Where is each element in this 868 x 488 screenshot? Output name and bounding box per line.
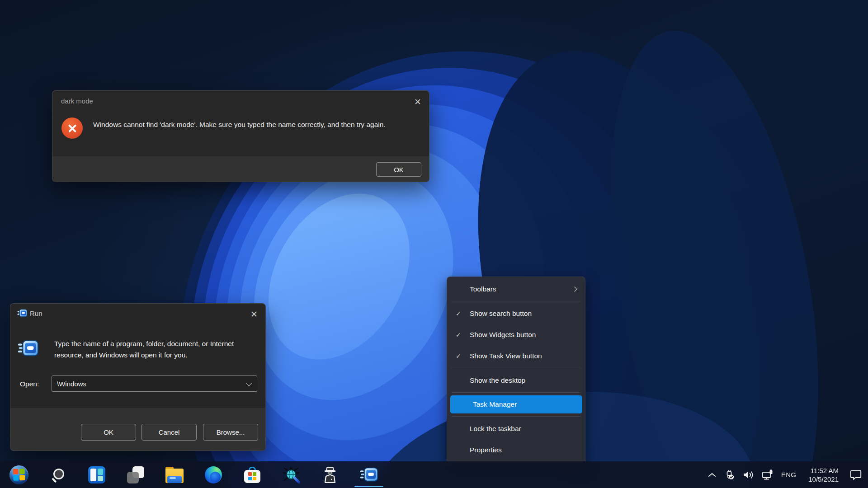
run-dialog-title: Run — [30, 310, 42, 317]
menu-separator — [452, 416, 580, 417]
check-icon: ✓ — [447, 331, 470, 338]
menu-item-properties[interactable]: Properties — [447, 439, 585, 460]
close-icon[interactable]: ✕ — [248, 308, 260, 320]
cancel-button[interactable]: Cancel — [142, 424, 197, 441]
run-description: Type the name of a program, folder, docu… — [54, 338, 253, 361]
active-app-indicator — [354, 486, 383, 487]
volume-icon[interactable] — [742, 470, 754, 480]
safely-remove-hardware-icon[interactable] — [724, 469, 735, 480]
error-dialog-title: dark mode — [61, 97, 93, 105]
start-button[interactable] — [5, 462, 33, 488]
desktop: dark mode ✕ Windows cannot find 'dark mo… — [0, 0, 868, 488]
menu-item-show-search-button[interactable]: ✓ Show search button — [447, 303, 585, 324]
close-icon[interactable]: ✕ — [412, 96, 424, 108]
microsoft-store-icon — [244, 467, 260, 483]
menu-separator — [452, 301, 580, 301]
error-icon — [61, 117, 83, 139]
edge-button[interactable] — [200, 462, 227, 488]
menu-item-show-task-view-button[interactable]: ✓ Show Task View button — [447, 345, 585, 366]
browse-button[interactable]: Browse... — [203, 424, 258, 441]
menu-item-label: Show the desktop — [470, 376, 585, 385]
task-view-icon — [127, 466, 144, 483]
widgets-button[interactable] — [83, 462, 110, 488]
ok-button[interactable]: OK — [376, 162, 421, 177]
menu-separator — [452, 392, 580, 393]
search-icon — [51, 468, 65, 482]
check-icon: ✓ — [447, 352, 470, 360]
ok-button[interactable]: OK — [81, 424, 136, 441]
menu-item-task-manager[interactable]: Task Manager — [447, 394, 585, 415]
search-button[interactable] — [44, 462, 71, 488]
spy-icon — [321, 466, 339, 483]
tray-time: 11:52 AM — [808, 466, 839, 475]
menu-item-label: Show Task View button — [470, 352, 585, 360]
windows-start-icon — [9, 465, 28, 484]
menu-item-lock-the-taskbar[interactable]: Lock the taskbar — [447, 418, 585, 439]
menu-item-label: Show Widgets button — [470, 331, 585, 339]
check-icon: ✓ — [447, 310, 470, 317]
menu-item-label: Properties — [470, 446, 585, 454]
taskbar-context-menu: Toolbars ✓ Show search button ✓ Show Wid… — [447, 277, 585, 465]
menu-item-toolbars[interactable]: Toolbars — [447, 278, 585, 300]
show-hidden-icons-chevron[interactable] — [708, 472, 716, 478]
run-icon — [17, 309, 27, 318]
task-view-button[interactable] — [122, 462, 149, 488]
error-dialog-footer — [52, 156, 429, 182]
menu-item-label: Task Manager — [473, 400, 582, 408]
run-dialog: Run ✕ Type the name of a program, folder… — [10, 303, 266, 451]
open-label: Open: — [20, 380, 39, 388]
language-indicator[interactable]: ENG — [781, 471, 796, 479]
microsoft-store-button[interactable] — [239, 462, 266, 488]
menu-item-show-widgets-button[interactable]: ✓ Show Widgets button — [447, 324, 585, 345]
error-dialog: dark mode ✕ Windows cannot find 'dark mo… — [52, 90, 429, 182]
menu-item-label: Show search button — [470, 310, 585, 318]
taskbar: ENG 11:52 AM 10/5/2021 — [0, 461, 868, 488]
notification-bubble-icon[interactable] — [850, 469, 862, 480]
error-message: Windows cannot find 'dark mode'. Make su… — [93, 119, 395, 131]
menu-item-show-the-desktop[interactable]: Show the desktop — [447, 370, 585, 391]
run-icon — [18, 339, 38, 358]
clock[interactable]: 11:52 AM 10/5/2021 — [808, 466, 839, 483]
spy-tool-button[interactable] — [316, 462, 344, 488]
menu-item-label: Lock the taskbar — [470, 425, 585, 433]
bug-finder-button[interactable] — [278, 462, 305, 488]
file-explorer-button[interactable] — [161, 462, 188, 488]
bug-finder-icon — [283, 466, 300, 483]
edge-icon — [205, 466, 222, 483]
run-app-button[interactable] — [355, 462, 382, 488]
network-icon[interactable] — [762, 469, 774, 480]
open-combobox[interactable] — [52, 375, 257, 392]
menu-item-label: Toolbars — [470, 285, 585, 293]
system-tray: ENG 11:52 AM 10/5/2021 — [708, 466, 868, 483]
run-icon — [360, 467, 378, 483]
menu-separator — [452, 368, 580, 368]
widgets-icon — [88, 466, 105, 483]
file-explorer-icon — [165, 467, 184, 483]
tray-date: 10/5/2021 — [808, 475, 839, 483]
